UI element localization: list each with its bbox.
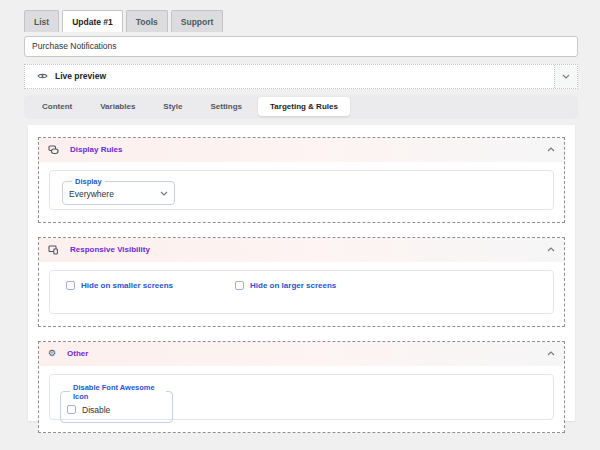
display-rules-icon: [48, 145, 59, 155]
responsive-visibility-header[interactable]: Responsive Visibility: [39, 238, 564, 262]
tab-list[interactable]: List: [24, 10, 59, 32]
display-rules-inner: Display Everywhere: [49, 170, 554, 210]
chevron-up-icon[interactable]: [547, 147, 555, 152]
live-preview-toggle[interactable]: [554, 65, 577, 88]
display-rules-title: Display Rules: [70, 145, 547, 154]
checkbox-icon: [66, 281, 75, 290]
tab-support[interactable]: Support: [171, 10, 224, 32]
hide-smaller-screens-checkbox[interactable]: Hide on smaller screens: [66, 281, 173, 290]
tab-style[interactable]: Style: [151, 97, 194, 116]
settings-tab-bar: Content Variables Style Settings Targeti…: [24, 95, 578, 119]
responsive-visibility-body: Hide on smaller screens Hide on larger s…: [39, 262, 564, 326]
chevron-up-icon[interactable]: [547, 247, 555, 252]
disable-fa-legend: Disable Font Awesome Icon: [70, 383, 166, 401]
tab-settings[interactable]: Settings: [198, 97, 254, 116]
checkbox-icon: [235, 281, 244, 290]
tab-update[interactable]: Update #1: [62, 10, 123, 32]
other-header[interactable]: ⚙ Other: [39, 342, 564, 366]
responsive-visibility-inner: Hide on smaller screens Hide on larger s…: [49, 270, 554, 314]
disable-fa-label: Disable: [82, 405, 110, 415]
chevron-down-icon: [160, 191, 168, 196]
tab-variables[interactable]: Variables: [88, 97, 147, 116]
eye-icon: [37, 72, 48, 80]
live-preview-bar[interactable]: Live preview: [24, 64, 578, 89]
tab-targeting-rules[interactable]: Targeting & Rules: [258, 97, 350, 116]
targeting-rules-panel: Display Rules Display Everywhere: [28, 125, 575, 421]
display-rules-header[interactable]: Display Rules: [39, 138, 564, 162]
other-title: Other: [67, 349, 547, 358]
display-select[interactable]: Display Everywhere: [62, 177, 175, 205]
tab-content[interactable]: Content: [30, 97, 84, 116]
other-section: ⚙ Other Disable Font Awesome Icon Disabl…: [38, 341, 565, 433]
display-rules-section: Display Rules Display Everywhere: [38, 137, 565, 223]
notification-title-input[interactable]: [24, 36, 578, 57]
hide-larger-screens-label: Hide on larger screens: [250, 281, 336, 290]
other-inner: Disable Font Awesome Icon Disable: [49, 374, 554, 420]
live-preview-label: Live preview: [55, 71, 106, 81]
tab-tools[interactable]: Tools: [126, 10, 168, 32]
display-select-value: Everywhere: [69, 189, 114, 199]
gear-icon: ⚙: [48, 349, 56, 358]
chevron-up-icon[interactable]: [547, 351, 555, 356]
disable-fa-fieldset: Disable Font Awesome Icon Disable: [60, 383, 173, 423]
other-body: Disable Font Awesome Icon Disable: [39, 366, 564, 432]
top-tab-bar: List Update #1 Tools Support: [0, 0, 600, 32]
display-select-label: Display: [72, 177, 105, 186]
hide-larger-screens-checkbox[interactable]: Hide on larger screens: [235, 281, 336, 290]
hide-smaller-screens-label: Hide on smaller screens: [81, 281, 173, 290]
chevron-down-icon: [562, 74, 570, 79]
responsive-visibility-title: Responsive Visibility: [70, 245, 547, 254]
title-input-wrap: [0, 32, 600, 57]
checkbox-icon: [67, 405, 76, 414]
devices-icon: [48, 245, 59, 255]
display-rules-body: Display Everywhere: [39, 162, 564, 222]
disable-fa-checkbox[interactable]: Disable: [67, 404, 166, 417]
live-preview-left: Live preview: [25, 71, 554, 81]
responsive-visibility-section: Responsive Visibility Hide on smaller sc…: [38, 237, 565, 327]
